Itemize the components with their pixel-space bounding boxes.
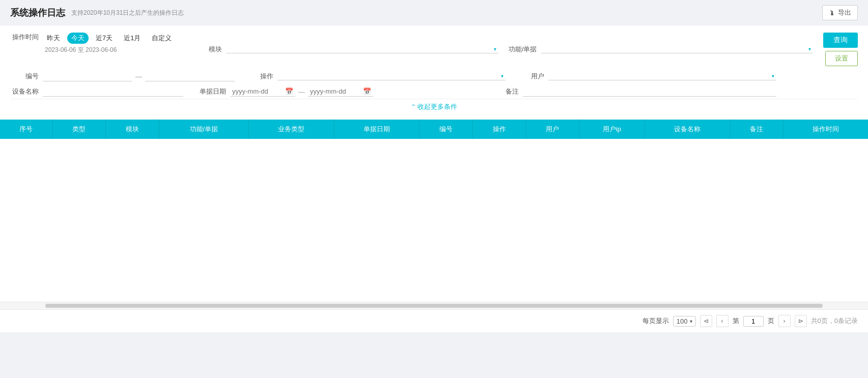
calendar-end-icon[interactable]: 📅 <box>363 88 371 95</box>
page-size-select[interactable]: 100 ▾ <box>673 316 696 327</box>
user-label: 用户 <box>516 72 544 81</box>
time-option-1month[interactable]: 近1月 <box>120 33 145 44</box>
device-input[interactable] <box>43 86 183 97</box>
page-summary: 共0页，0条记录 <box>811 316 858 326</box>
fake-scrollbar[interactable] <box>45 304 823 308</box>
time-option-custom[interactable]: 自定义 <box>148 33 176 44</box>
page-last-button[interactable]: ⊳ <box>795 315 807 327</box>
voucher-date-end-wrap: 📅 <box>308 86 373 97</box>
calendar-start-icon[interactable]: 📅 <box>285 88 293 95</box>
voucher-date-dash: — <box>298 88 305 96</box>
page-size-value: 100 <box>677 317 688 325</box>
remark-label: 备注 <box>490 87 519 96</box>
page-title: 系统操作日志 <box>10 7 65 19</box>
col-id: 编号 <box>419 120 472 139</box>
func-label: 功能/单据 <box>509 45 537 54</box>
table-header-row: 序号 类型 模块 功能/单据 业务类型 单据日期 编号 操作 用户 用户ip 设… <box>0 120 868 139</box>
module-label: 模块 <box>193 45 222 54</box>
col-remark: 备注 <box>730 120 783 139</box>
col-voucher-date: 单据日期 <box>334 120 419 139</box>
id-end-input[interactable] <box>145 71 235 81</box>
page-next-button[interactable]: › <box>778 315 791 327</box>
collapse-icon: ⌃ <box>411 103 417 110</box>
col-seq: 序号 <box>0 120 52 139</box>
op-select[interactable]: ▾ <box>277 72 506 80</box>
col-user: 用户 <box>526 120 579 139</box>
col-device: 设备名称 <box>645 120 730 139</box>
page-input[interactable] <box>743 316 764 327</box>
time-option-today[interactable]: 今天 <box>67 33 89 44</box>
voucher-date-end-input[interactable] <box>310 88 361 95</box>
id-dash: — <box>135 73 142 80</box>
col-user-ip: 用户ip <box>579 120 645 139</box>
page-prev-button[interactable]: ‹ <box>716 315 729 327</box>
table-wrapper: 序号 类型 模块 功能/单据 业务类型 单据日期 编号 操作 用户 用户ip 设… <box>0 120 868 302</box>
settings-button[interactable]: 设置 <box>825 51 858 66</box>
time-option-7days[interactable]: 近7天 <box>92 33 117 44</box>
time-option-yesterday[interactable]: 昨天 <box>43 33 64 44</box>
export-button[interactable]: ⮯ 导出 <box>822 5 858 20</box>
func-dropdown-icon: ▾ <box>808 46 811 52</box>
user-select[interactable]: ▾ <box>548 72 776 80</box>
page-first-button[interactable]: ⊲ <box>700 315 712 327</box>
time-range-text: 2023-06-06 至 2023-06-06 <box>45 46 176 54</box>
user-dropdown-icon: ▾ <box>772 73 774 79</box>
page-label: 第 <box>733 316 739 326</box>
col-module: 模块 <box>106 120 159 139</box>
voucher-date-start-wrap: 📅 <box>230 86 295 97</box>
page-unit: 页 <box>768 316 774 326</box>
time-label: 操作时间 <box>10 33 39 42</box>
filter-area: 操作时间 昨天 今天 近7天 近1月 自定义 2023-06-06 至 2023… <box>0 25 868 120</box>
remark-input[interactable] <box>523 86 777 97</box>
op-dropdown-icon: ▾ <box>501 73 503 79</box>
col-op-time: 操作时间 <box>783 120 868 139</box>
export-icon: ⮯ <box>829 9 836 17</box>
module-dropdown-icon: ▾ <box>494 46 496 52</box>
func-select[interactable]: ▾ <box>541 45 814 53</box>
col-type: 类型 <box>52 120 105 139</box>
col-biz-type: 业务类型 <box>249 120 334 139</box>
device-label: 设备名称 <box>10 87 39 96</box>
voucher-date-label: 单据日期 <box>193 87 226 96</box>
module-select[interactable]: ▾ <box>226 45 498 53</box>
id-start-input[interactable] <box>43 71 132 81</box>
voucher-date-start-input[interactable] <box>232 88 283 95</box>
op-label: 操作 <box>245 72 273 81</box>
scroll-bar-area <box>0 302 868 310</box>
col-op: 操作 <box>472 120 525 139</box>
collapse-bar[interactable]: ⌃ 收起更多条件 <box>10 99 858 114</box>
page-size-dropdown-icon: ▾ <box>690 318 692 324</box>
page-subtitle: 支持2020年10月31日之后产生的操作日志 <box>71 9 184 17</box>
query-button[interactable]: 查询 <box>823 33 858 48</box>
id-label: 编号 <box>10 72 39 81</box>
pagination: 每页显示 100 ▾ ⊲ ‹ 第 页 › ⊳ 共0页，0条记录 <box>0 310 868 332</box>
col-func: 功能/单据 <box>159 120 248 139</box>
collapse-label: 收起更多条件 <box>417 103 457 110</box>
action-buttons: 查询 设置 <box>823 33 858 66</box>
empty-area <box>0 139 868 302</box>
main-table: 序号 类型 模块 功能/单据 业务类型 单据日期 编号 操作 用户 用户ip 设… <box>0 120 868 139</box>
page-size-label: 每页显示 <box>642 316 669 326</box>
